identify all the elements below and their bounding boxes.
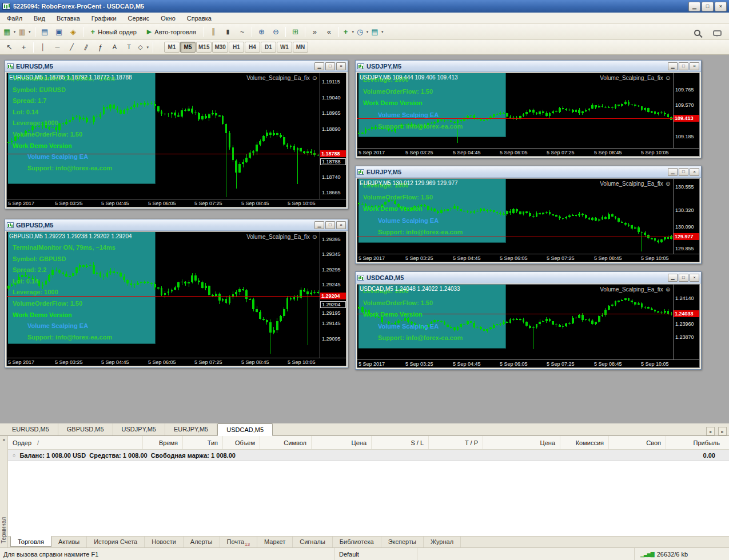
- terminal-tab[interactable]: История Счета: [87, 537, 145, 547]
- chart-minimize-button[interactable]: ▁: [314, 62, 324, 70]
- chart-tab[interactable]: EURJPY,M5: [165, 423, 217, 435]
- chart-tab[interactable]: USDCAD,M5: [217, 423, 273, 436]
- chart-close-button[interactable]: ×: [690, 168, 699, 176]
- chart-window-titlebar[interactable]: EURJPY,M5▁□×: [356, 166, 701, 178]
- price-scale[interactable]: 1.293951.293451.292951.292451.291951.291…: [320, 232, 346, 358]
- chart-restore-button[interactable]: □: [325, 62, 335, 70]
- channel-button[interactable]: ∥: [79, 41, 93, 54]
- time-scale[interactable]: 5 Sep 20175 Sep 03:255 Sep 04:455 Sep 06…: [7, 358, 346, 366]
- terminal-column-header[interactable]: Прибыль: [666, 436, 729, 449]
- chart-plot-area[interactable]: TerminalMonitor ON, 79ms, ~14msSymbol: G…: [7, 232, 320, 358]
- terminal-column-header[interactable]: Комиссия: [560, 436, 608, 449]
- terminal-column-header[interactable]: Цена: [483, 436, 560, 449]
- price-scale[interactable]: 130.555130.320130.090129.855129.977: [673, 179, 699, 254]
- chart-window-titlebar[interactable]: GBPUSD,M5▁□×: [5, 219, 348, 231]
- text-label-button[interactable]: T: [122, 41, 136, 54]
- ea-name-label[interactable]: Volume_Scalping_Ea_fix☺: [600, 286, 671, 293]
- tile-windows-button[interactable]: ⊞: [289, 26, 302, 38]
- horizontal-line-button[interactable]: ─: [51, 41, 64, 54]
- zoom-in-button[interactable]: ⊕: [255, 26, 268, 38]
- chart-close-button[interactable]: ×: [336, 221, 346, 229]
- chat-button[interactable]: [711, 26, 724, 39]
- autoscroll-button[interactable]: »: [308, 26, 321, 38]
- menu-item[interactable]: Окно: [155, 13, 181, 23]
- chart-restore-button[interactable]: □: [325, 221, 335, 229]
- trendline-button[interactable]: ╱: [65, 41, 78, 54]
- chart-close-button[interactable]: ×: [690, 274, 699, 282]
- new-order-button[interactable]: +Новый ордер: [86, 26, 141, 38]
- menu-item[interactable]: Вставка: [51, 13, 86, 23]
- terminal-column-header[interactable]: Своп: [608, 436, 666, 449]
- crosshair-button[interactable]: +: [17, 41, 30, 54]
- menu-item[interactable]: Файл: [1, 13, 28, 23]
- bar-chart-button[interactable]: ║: [207, 26, 220, 38]
- candlestick-button[interactable]: ▮: [221, 26, 234, 38]
- line-chart-button[interactable]: ~: [236, 26, 249, 38]
- terminal-column-header[interactable]: Тип: [182, 436, 222, 449]
- chart-plot-area[interactable]: Leverage: 1000VolumeOrderFlow: 1.50Work …: [357, 285, 673, 359]
- terminal-tab[interactable]: Торговля: [10, 536, 51, 547]
- terminal-column-header[interactable]: Время: [142, 436, 182, 449]
- price-scale[interactable]: 1.241401.239601.238701.24033: [673, 285, 699, 359]
- menu-item[interactable]: Графики: [86, 13, 122, 23]
- status-profile-button[interactable]: Default: [334, 548, 417, 560]
- terminal-tab[interactable]: Эксперты: [381, 537, 424, 547]
- terminal-tab[interactable]: Алерты: [184, 537, 220, 547]
- chart-minimize-button[interactable]: ▁: [668, 274, 678, 282]
- autotrade-button[interactable]: ▶Авто-торговля: [142, 26, 201, 38]
- new-chart-button[interactable]: ▦: [3, 26, 17, 38]
- time-scale[interactable]: 5 Sep 20175 Sep 03:255 Sep 04:455 Sep 06…: [357, 254, 699, 262]
- timeframe-button-m30[interactable]: M30: [212, 42, 228, 53]
- chart-window-titlebar[interactable]: EURUSD,M5▁□×: [5, 61, 348, 72]
- text-button[interactable]: A: [108, 41, 121, 54]
- terminal-column-header[interactable]: Объем: [222, 436, 260, 449]
- navigator-button[interactable]: ◈: [67, 26, 80, 38]
- profiles-button[interactable]: ▥: [18, 26, 31, 38]
- restore-button[interactable]: □: [702, 2, 714, 11]
- terminal-tab[interactable]: Активы: [51, 537, 87, 547]
- vertical-line-button[interactable]: │: [37, 41, 50, 54]
- chart-close-button[interactable]: ×: [336, 62, 346, 70]
- chart-minimize-button[interactable]: ▁: [314, 221, 324, 229]
- templates-button[interactable]: ▤: [371, 26, 384, 38]
- chart-plot-area[interactable]: TerminalMonitor ON, 59ms, ~14msSymbol: E…: [7, 73, 320, 199]
- terminal-column-header[interactable]: Ордер/: [8, 436, 142, 449]
- close-button[interactable]: ×: [715, 2, 727, 11]
- chart-tab[interactable]: EURUSD,M5: [3, 423, 58, 435]
- terminal-column-header[interactable]: Цена: [311, 436, 371, 449]
- timeframe-button-m5[interactable]: M5: [180, 42, 196, 53]
- chart-window-titlebar[interactable]: USDJPY,M5▁□×: [356, 61, 701, 72]
- terminal-tab[interactable]: Библиотека: [333, 537, 381, 547]
- timeframe-button-h1[interactable]: H1: [229, 42, 244, 53]
- minimize-button[interactable]: ▁: [688, 2, 700, 11]
- terminal-tab[interactable]: Почта13: [220, 537, 257, 547]
- chart-restore-button[interactable]: □: [679, 62, 688, 70]
- time-scale[interactable]: 5 Sep 20175 Sep 03:255 Sep 04:455 Sep 06…: [357, 359, 699, 367]
- timeframe-button-m15[interactable]: M15: [196, 42, 212, 53]
- time-scale[interactable]: 5 Sep 20175 Sep 03:255 Sep 04:455 Sep 06…: [357, 148, 699, 156]
- terminal-tab[interactable]: Журнал: [424, 537, 461, 547]
- terminal-column-header[interactable]: S / L: [371, 436, 428, 449]
- zoom-out-button[interactable]: ⊖: [269, 26, 282, 38]
- indicators-button[interactable]: +: [342, 26, 355, 38]
- chart-shift-button[interactable]: «: [322, 26, 336, 38]
- chart-plot-area[interactable]: Leverage: 1000VolumeOrderFlow: 1.50Work …: [357, 179, 673, 254]
- terminal-tab[interactable]: Новости: [145, 537, 184, 547]
- chart-restore-button[interactable]: □: [679, 168, 688, 176]
- menu-item[interactable]: Сервис: [122, 13, 156, 23]
- chart-minimize-button[interactable]: ▁: [668, 168, 678, 176]
- data-window-button[interactable]: ▣: [53, 26, 66, 38]
- menu-item[interactable]: Вид: [28, 13, 51, 23]
- ea-name-label[interactable]: Volume_Scalping_Ea_fix☺: [600, 180, 671, 187]
- window-titlebar[interactable]: 5225094: RoboForex-ProCent - USDCAD,M5 ▁…: [0, 0, 729, 13]
- search-button[interactable]: [691, 26, 704, 39]
- tab-scroll-left-button[interactable]: ◄: [706, 427, 715, 435]
- cursor-button[interactable]: ↖: [3, 41, 16, 54]
- terminal-column-header[interactable]: Символ: [260, 436, 311, 449]
- fibonacci-button[interactable]: ƒ: [94, 41, 107, 54]
- chart-minimize-button[interactable]: ▁: [668, 62, 678, 70]
- chart-plot-area[interactable]: Leverage: 1000VolumeOrderFlow: 1.50Work …: [357, 73, 673, 148]
- terminal-tab[interactable]: Сигналы: [293, 537, 333, 547]
- price-scale[interactable]: 109.765109.570109.185109.413: [673, 73, 699, 148]
- chart-restore-button[interactable]: □: [679, 274, 688, 282]
